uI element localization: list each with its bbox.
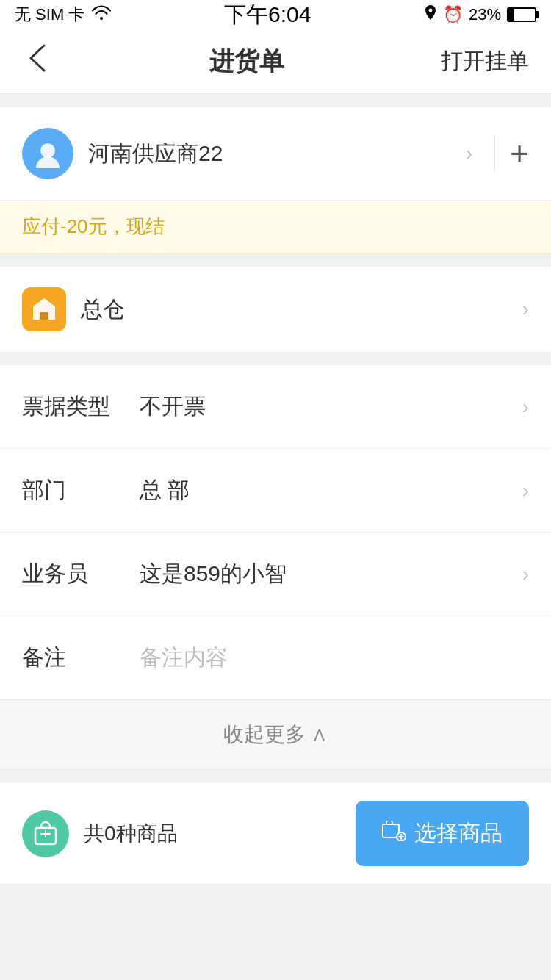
remark-label: 备注 [22,643,125,673]
sales-label: 业务员 [22,559,125,589]
status-time: 下午6:04 [224,0,311,30]
svg-point-0 [40,143,55,158]
form-section: 票据类型 不开票 › 部门 总 部 › 业务员 这是859的小智 › 备注 备注… [0,365,551,699]
dept-label: 部门 [22,475,125,505]
status-left: 无 SIM 卡 [15,4,111,26]
supplier-card: 河南供应商22 › + 应付-20元，现结 [0,107,551,253]
notice-text: 应付-20元，现结 [22,215,165,237]
product-count: 共0种商品 [84,820,356,848]
section-gap-3 [0,352,551,365]
add-supplier-button[interactable]: + [494,135,529,172]
remark-row[interactable]: 备注 备注内容 [0,616,551,699]
invoice-row[interactable]: 票据类型 不开票 › [0,365,551,449]
supplier-chevron-icon: › [466,142,472,165]
select-product-button[interactable]: 选择商品 [356,801,529,866]
section-gap-2 [0,253,551,267]
department-row[interactable]: 部门 总 部 › [0,449,551,533]
warehouse-chevron-icon: › [522,298,529,321]
sales-row[interactable]: 业务员 这是859的小智 › [0,533,551,616]
warehouse-row[interactable]: 总仓 › [0,267,551,352]
warehouse-icon [22,287,66,331]
svg-rect-2 [40,312,48,320]
open-pending-button[interactable]: 打开挂单 [441,46,529,76]
page-title: 进货单 [209,45,284,79]
select-product-icon [382,821,406,846]
wifi-icon [92,5,111,24]
page-background [0,884,551,980]
section-gap-1 [0,94,551,107]
invoice-chevron-icon: › [522,395,529,419]
warehouse-card: 总仓 › [0,267,551,352]
supplier-row[interactable]: 河南供应商22 › + [0,107,551,201]
product-bar: 共0种商品 选择商品 [0,783,551,884]
carrier-label: 无 SIM 卡 [15,4,84,26]
collapse-toggle-button[interactable]: 收起更多 ∧ [0,699,551,770]
alarm-icon: ⏰ [443,5,463,24]
battery-percent: 23% [469,5,501,24]
status-right: ⏰ 23% [424,5,536,24]
product-icon [22,810,69,857]
warehouse-name: 总仓 [81,295,522,325]
status-bar: 无 SIM 卡 下午6:04 ⏰ 23% [0,0,551,29]
supplier-name: 河南供应商22 [88,139,466,169]
battery-icon [507,7,536,22]
sales-value: 这是859的小智 [125,559,522,589]
select-product-label: 选择商品 [414,818,503,849]
dept-value: 总 部 [125,475,522,505]
notice-banner: 应付-20元，现结 [0,201,551,253]
nav-bar: 进货单 打开挂单 [0,29,551,94]
back-button[interactable] [22,37,53,86]
supplier-avatar [22,128,73,179]
invoice-value: 不开票 [125,392,522,422]
sales-chevron-icon: › [522,563,529,586]
invoice-label: 票据类型 [22,392,125,422]
remark-input[interactable]: 备注内容 [125,643,529,673]
dept-chevron-icon: › [522,479,529,502]
location-icon [424,5,437,24]
